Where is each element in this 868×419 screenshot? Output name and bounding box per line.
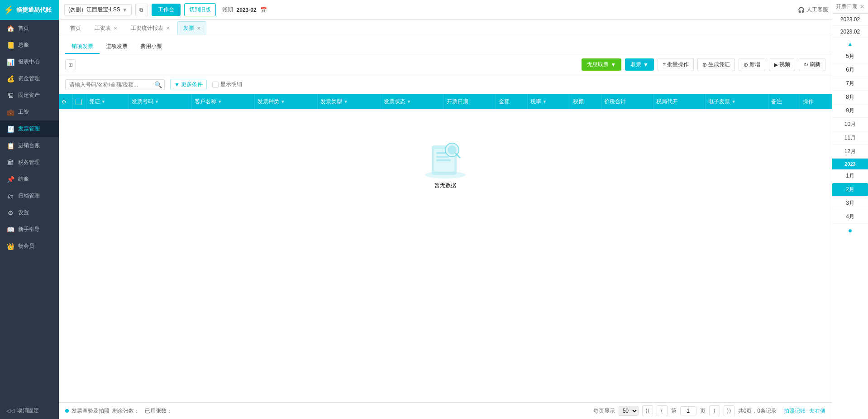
tab-salary[interactable]: 工资表 ✕	[89, 21, 123, 35]
th-total: 价税合计	[601, 94, 653, 109]
date-item-7[interactable]: 7月	[832, 77, 868, 91]
date-item-11[interactable]: 11月	[832, 131, 868, 145]
sidebar-item-reports[interactable]: 📊 报表中心	[0, 53, 59, 70]
video-button[interactable]: ▶ 视频	[769, 58, 795, 71]
th-invoice-type: 发票种类▼	[255, 94, 318, 109]
close-salary-tab[interactable]: ✕	[114, 26, 117, 31]
date-item-full-1[interactable]: 2023.02	[832, 14, 868, 26]
page-number-input[interactable]	[680, 406, 696, 415]
date-item-12[interactable]: 12月	[832, 145, 868, 159]
sidebar-item-label: 发票管理	[18, 125, 40, 133]
date-item-3[interactable]: 3月	[832, 197, 868, 210]
close-invoice-tab[interactable]: ✕	[197, 26, 200, 31]
sidebar-item-tax[interactable]: 🏛 税务管理	[0, 154, 59, 171]
sidebar-item-close-period[interactable]: 📌 结账	[0, 171, 59, 188]
date-item-5[interactable]: 5月	[832, 50, 868, 63]
sidebar-pin-toggle[interactable]: ◁◁ 取消固定	[0, 402, 59, 419]
no-deduct-label: 无息取票	[587, 61, 609, 68]
customer-filter-icon[interactable]: ▼	[218, 99, 222, 104]
tax-rate-filter-icon[interactable]: ▼	[543, 99, 547, 104]
show-detail-checkbox-label[interactable]: 显示明细	[212, 81, 242, 88]
date-item-9[interactable]: 9月	[832, 104, 868, 118]
date-panel-close-button[interactable]: ✕	[860, 4, 864, 10]
new-button[interactable]: ⊕ 新增	[739, 58, 765, 71]
page-size-select[interactable]: 50	[619, 406, 639, 416]
company-selector[interactable]: (勿删）江西股宝-LSS ▼	[64, 4, 132, 15]
voucher-filter-icon[interactable]: ▼	[101, 99, 106, 104]
footer-left: 发票查验及拍照 剩余张数： 已用张数：	[65, 407, 175, 415]
sidebar-item-member[interactable]: 👑 畅会员	[0, 238, 59, 255]
sidebar-item-invoice[interactable]: 🧾 发票管理	[0, 120, 59, 137]
prev-page-button[interactable]: ⟨	[657, 405, 668, 416]
first-page-button[interactable]: ⟨⟨	[642, 405, 653, 416]
sidebar-item-label: 新手引导	[18, 226, 40, 233]
sidebar-item-ledger[interactable]: 📒 总账	[0, 37, 59, 53]
search-input[interactable]	[65, 79, 165, 90]
subtab-expense-receipt[interactable]: 费用小票	[134, 40, 168, 54]
sidebar-item-sales-ledger[interactable]: 📋 进销台账	[0, 137, 59, 154]
sidebar-item-guide[interactable]: 📖 新手引导	[0, 221, 59, 238]
guide-icon: 📖	[6, 226, 14, 233]
workspace-button[interactable]: 工作台	[152, 4, 181, 16]
invoice-category-filter-icon[interactable]: ▼	[343, 99, 348, 104]
subtab-purchase-invoice[interactable]: 进项发票	[100, 40, 134, 54]
sidebar-item-home[interactable]: 🏠 首页	[0, 20, 59, 37]
sidebar-item-label: 资金管理	[18, 75, 40, 82]
subtab-sales-invoice[interactable]: 销项发票	[65, 40, 100, 54]
select-all-checkbox[interactable]	[76, 99, 82, 105]
add-account-link[interactable]: 拍照记账	[784, 407, 806, 415]
date-item-1[interactable]: 1月	[832, 169, 868, 183]
date-item-8[interactable]: 8月	[832, 91, 868, 104]
sidebar-item-finance[interactable]: 💰 资金管理	[0, 70, 59, 87]
finance-icon: 💰	[6, 75, 14, 82]
reports-icon: 📊	[6, 58, 14, 66]
copy-button[interactable]: ⧉	[135, 4, 148, 16]
date-item-6[interactable]: 6月	[832, 63, 868, 77]
grid-settings-icon[interactable]: ⊞	[65, 59, 76, 70]
company-name: (勿删）江西股宝-LSS	[68, 6, 120, 14]
show-detail-checkbox[interactable]	[212, 82, 219, 88]
batch-ops-button[interactable]: ≡ 批量操作	[658, 58, 694, 71]
sidebar-item-settings[interactable]: ⚙ 设置	[0, 204, 59, 221]
scroll-up-icon[interactable]: ▲	[832, 38, 868, 50]
gen-voucher-button[interactable]: ⊕ 生成凭证	[697, 58, 735, 71]
content-area: 销项发票 进项发票 费用小票 ⊞ 无息取票 ▼ 取票 ▼	[59, 36, 868, 419]
next-page-button[interactable]: ⟩	[709, 405, 720, 416]
date-item-full-2[interactable]: 2023.02	[832, 26, 868, 38]
service-label: 人工客服	[806, 6, 828, 14]
svg-rect-5	[436, 159, 451, 161]
invoice-no-filter-icon[interactable]: ▼	[155, 99, 159, 104]
go-right-link[interactable]: 去右侧	[809, 407, 825, 415]
th-invoice-category: 发票类型▼	[318, 94, 381, 109]
close-salary-report-tab[interactable]: ✕	[166, 26, 170, 31]
electronic-filter-icon[interactable]: ▼	[731, 99, 736, 104]
sidebar-item-assets[interactable]: 🏗 固定资产	[0, 87, 59, 104]
old-version-button[interactable]: 切到旧版	[184, 3, 216, 16]
date-item-10[interactable]: 10月	[832, 118, 868, 131]
date-item-2-active[interactable]: 2月	[832, 183, 868, 197]
show-detail-label: 显示明细	[220, 81, 242, 88]
tab-invoice[interactable]: 发票 ✕	[177, 21, 206, 35]
invoice-type-filter-icon[interactable]: ▼	[281, 99, 285, 104]
date-item-4[interactable]: 4月	[832, 210, 868, 224]
page-suffix: 页	[700, 407, 706, 415]
sidebar-item-salary[interactable]: 💼 工资	[0, 104, 59, 120]
sidebar-item-archive[interactable]: 🗂 归档管理	[0, 188, 59, 204]
footer-links: 拍照记账 去右侧	[784, 407, 825, 415]
period-label: 账期	[222, 6, 233, 14]
last-page-button[interactable]: ⟩⟩	[724, 405, 734, 416]
no-deduct-button[interactable]: 无息取票 ▼	[582, 58, 621, 71]
sidebar-item-label: 报表中心	[18, 58, 40, 66]
subtab-sales-label: 销项发票	[72, 43, 93, 49]
refresh-button[interactable]: ↻ 刷新	[799, 58, 825, 71]
invoice-status-filter-icon[interactable]: ▼	[407, 99, 411, 104]
tab-home[interactable]: 首页	[64, 21, 87, 35]
per-page-label: 每页显示	[593, 407, 615, 415]
tab-salary-report[interactable]: 工资统计报表 ✕	[125, 21, 176, 35]
date-panel-bottom-icon: ●	[832, 224, 868, 237]
more-conditions-button[interactable]: ▼ 更多条件	[170, 79, 207, 90]
th-customer: 客户名称▼	[191, 94, 254, 109]
video-label: 视频	[779, 61, 790, 68]
fetch-button[interactable]: 取票 ▼	[625, 58, 654, 71]
service-button[interactable]: 🎧 人工客服	[798, 6, 828, 14]
